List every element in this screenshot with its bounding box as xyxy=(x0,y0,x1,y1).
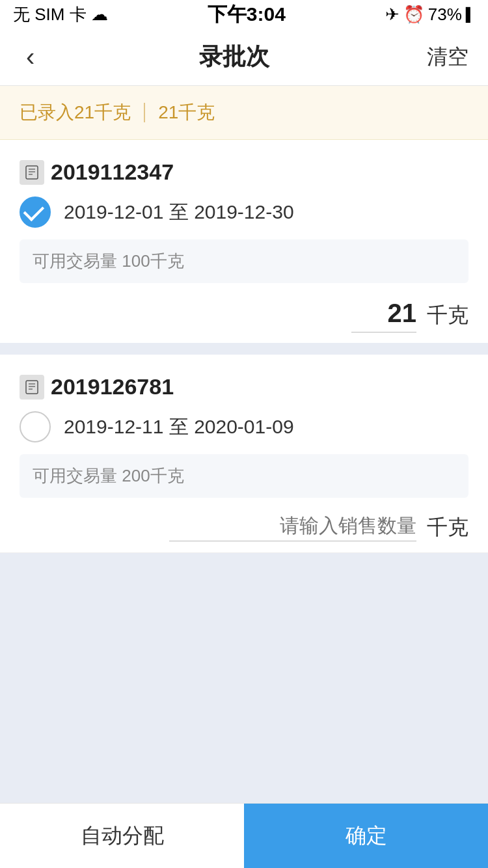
signal-text: 无 SIM 卡 ☁ xyxy=(13,3,108,26)
card1-id: 2019112347 xyxy=(51,159,174,185)
bottom-empty-area xyxy=(0,553,488,803)
card1-quantity-row: 21 千克 xyxy=(0,283,488,343)
total-amount: 21千克 xyxy=(158,100,215,125)
auto-distribute-button[interactable]: 自动分配 xyxy=(0,804,244,868)
card1-available: 可用交易量 100千克 xyxy=(20,239,468,283)
card1-checkbox[interactable] xyxy=(20,197,51,228)
card2-quantity-input[interactable] xyxy=(169,515,416,537)
card1-header: 2019112347 xyxy=(20,159,468,185)
card1-quantity-value[interactable]: 21 xyxy=(388,299,417,327)
card2-input-row[interactable]: 千克 xyxy=(0,498,488,553)
svg-rect-4 xyxy=(26,381,38,394)
card1-unit: 千克 xyxy=(427,301,468,330)
section-divider xyxy=(0,343,488,355)
batch-card-2: 2019126781 2019-12-11 至 2020-01-09 可用交易量… xyxy=(0,355,488,498)
card1-icon xyxy=(20,160,44,185)
back-button[interactable]: ‹ xyxy=(20,36,41,78)
status-time: 下午3:04 xyxy=(208,1,286,28)
recorded-amount: 已录入21千克 xyxy=(20,100,131,125)
card2-available: 可用交易量 200千克 xyxy=(20,454,468,498)
location-icon: ✈ xyxy=(385,5,400,25)
status-right: ✈ ⏰ 73% ▌ xyxy=(385,5,475,25)
card2-header: 2019126781 xyxy=(20,374,468,400)
clear-button[interactable]: 清空 xyxy=(427,43,468,72)
info-banner: 已录入21千克 21千克 xyxy=(0,86,488,140)
bottom-bar: 自动分配 确定 xyxy=(0,803,488,868)
status-bar: 无 SIM 卡 ☁ 下午3:04 ✈ ⏰ 73% ▌ xyxy=(0,0,488,29)
card1-quantity-underline: 21 xyxy=(351,299,416,332)
card2-unit: 千克 xyxy=(427,513,468,542)
card1-date-row[interactable]: 2019-12-01 至 2019-12-30 xyxy=(20,197,468,228)
status-left: 无 SIM 卡 ☁ xyxy=(13,3,108,26)
card1-date: 2019-12-01 至 2019-12-30 xyxy=(64,199,294,226)
card2-id: 2019126781 xyxy=(51,374,174,400)
nav-bar: ‹ 录批次 清空 xyxy=(0,29,488,86)
banner-divider xyxy=(144,103,145,122)
card2-icon xyxy=(20,375,44,400)
svg-rect-0 xyxy=(26,166,38,179)
page-title: 录批次 xyxy=(199,41,269,73)
card2-date: 2019-12-11 至 2020-01-09 xyxy=(64,414,294,441)
card2-checkbox[interactable] xyxy=(20,411,51,442)
battery-text: 73% xyxy=(428,5,462,25)
alarm-icon: ⏰ xyxy=(403,5,424,25)
card2-input-underline[interactable] xyxy=(169,515,416,541)
batch-card-1: 2019112347 2019-12-01 至 2019-12-30 可用交易量… xyxy=(0,140,488,283)
battery-icon: ▌ xyxy=(466,7,475,22)
confirm-button[interactable]: 确定 xyxy=(244,804,488,868)
card2-date-row[interactable]: 2019-12-11 至 2020-01-09 xyxy=(20,411,468,442)
